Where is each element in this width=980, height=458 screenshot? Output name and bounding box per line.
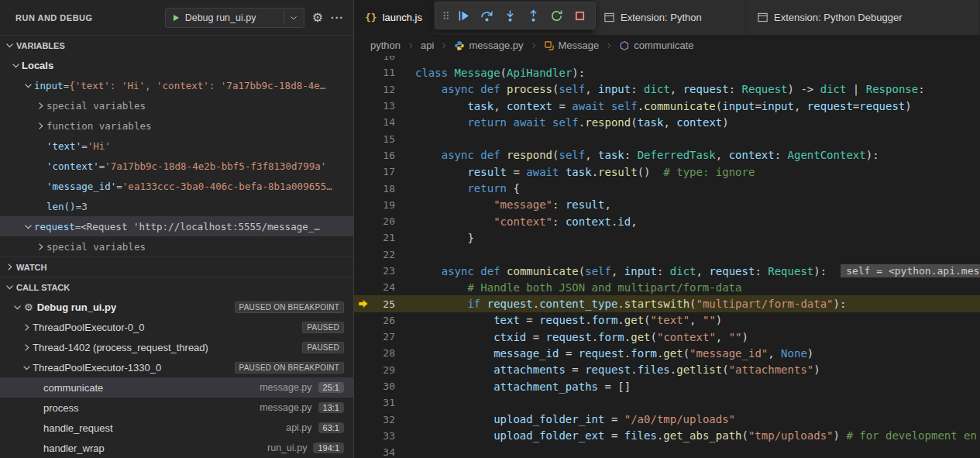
variable-row[interactable]: Locals	[0, 55, 353, 75]
line-number[interactable]: 24	[372, 281, 395, 293]
code-line[interactable]: 17 result = await task.result() # type: …	[354, 164, 980, 180]
variable-row[interactable]: len() = 3	[0, 196, 353, 216]
twistie-icon[interactable]	[20, 321, 33, 333]
call-stack-frame[interactable]: handler_wraprun_ui.py194:1	[0, 438, 353, 458]
code-line[interactable]: 15	[354, 130, 980, 146]
twistie-icon[interactable]	[11, 301, 23, 313]
variable-row[interactable]: input = {'text': 'Hi', 'context': '7a17b…	[0, 75, 353, 95]
twistie-icon[interactable]	[22, 79, 34, 91]
variable-row[interactable]: request = <Request 'http://localhost:555…	[0, 216, 353, 236]
line-number[interactable]: 21	[372, 232, 395, 243]
line-number[interactable]: 34	[372, 446, 395, 458]
drag-handle-icon[interactable]	[439, 5, 452, 26]
line-number[interactable]: 26	[372, 315, 395, 326]
line-number[interactable]: 22	[372, 249, 395, 260]
twistie-icon[interactable]	[22, 220, 34, 232]
line-number[interactable]: 31	[372, 397, 395, 408]
line-number[interactable]: 23	[372, 265, 395, 277]
line-number[interactable]: 30	[372, 381, 395, 392]
line-number[interactable]: 14	[372, 116, 395, 128]
gear-icon[interactable]: ⚙	[312, 12, 323, 24]
twistie-icon[interactable]	[3, 261, 15, 274]
twistie-icon[interactable]	[3, 281, 15, 294]
restart-button[interactable]	[545, 5, 568, 27]
twistie-icon[interactable]	[34, 240, 46, 253]
current-line-arrow-icon[interactable]	[354, 298, 372, 309]
code-line[interactable]: 18 return {	[354, 180, 980, 196]
code-line[interactable]: 20 "context": context.id,	[354, 213, 980, 229]
stop-button[interactable]	[569, 5, 591, 27]
variable-row[interactable]: 'context' = '7a17bb9c-18d8-4e2b-bbf5-f3f…	[0, 156, 353, 176]
step-out-button[interactable]	[522, 5, 545, 27]
start-debug-icon[interactable]	[171, 13, 181, 22]
twistie-icon[interactable]	[34, 99, 46, 112]
twistie-icon[interactable]	[20, 361, 33, 374]
line-number[interactable]: 25	[372, 298, 395, 310]
code-line[interactable]: 25 if request.content_type.startswith("m…	[354, 295, 980, 312]
code-line[interactable]: 11class Message(ApiHandler):	[354, 64, 980, 81]
code-line[interactable]: 29 attachments = request.files.getlist("…	[354, 362, 980, 378]
line-number[interactable]: 29	[372, 364, 395, 376]
code-line[interactable]: 26 text = request.form.get("text", "")	[354, 312, 980, 329]
line-number[interactable]: 28	[372, 347, 395, 359]
step-over-button[interactable]	[476, 5, 498, 27]
watch-section-header[interactable]: WATCH	[0, 257, 353, 277]
line-number[interactable]: 20	[372, 215, 395, 227]
code-line[interactable]: 32 upload_folder_int = "/a0/tmp/uploads"	[354, 412, 980, 428]
debug-config-dropdown[interactable]: Debug run_ui.py	[165, 8, 304, 28]
tab-extension-python-debugger[interactable]: Extension: Python Debugger	[746, 0, 980, 35]
variable-row[interactable]: 'text' = 'Hi'	[0, 136, 353, 156]
twistie-icon[interactable]	[20, 341, 33, 353]
line-number[interactable]: 27	[372, 331, 395, 343]
continue-button[interactable]	[452, 5, 475, 27]
line-number[interactable]: 19	[372, 199, 395, 211]
tab-extension-python[interactable]: Extension: Python	[593, 0, 746, 35]
call-stack-frame[interactable]: communicatemessage.py25:1	[0, 377, 353, 398]
twistie-icon[interactable]	[3, 40, 15, 52]
code-line[interactable]: 31	[354, 394, 980, 411]
line-number[interactable]: 12	[372, 84, 395, 95]
line-number[interactable]: 17	[372, 166, 395, 177]
line-number[interactable]: 10	[372, 56, 395, 62]
code-line[interactable]: 12 async def process(self, input: dict, …	[354, 81, 980, 98]
code-line[interactable]: 13 task, context = await self.communicat…	[354, 98, 980, 114]
breadcrumb-item[interactable]: python	[370, 40, 401, 51]
code-line[interactable]: 30 attachment_paths = []	[354, 378, 980, 394]
variable-row[interactable]: function variables	[0, 115, 353, 136]
line-number[interactable]: 15	[372, 133, 395, 145]
variable-row[interactable]: 'message_id' = 'ea133ccc-3ba0-406c-befa-…	[0, 176, 353, 196]
call-stack-section-header[interactable]: CALL STACK	[0, 277, 353, 297]
code-line[interactable]: 22	[354, 246, 980, 263]
twistie-icon[interactable]	[9, 59, 22, 71]
call-stack-session[interactable]: ⚙Debug run_ui.pyPAUSED ON BREAKPOINT	[0, 297, 353, 317]
twistie-icon[interactable]	[34, 119, 46, 132]
code-line[interactable]: 28 message_id = request.form.get("messag…	[354, 345, 980, 361]
line-number[interactable]: 11	[372, 67, 395, 78]
call-stack-thread[interactable]: Thread-1402 (process_request_thread)PAUS…	[0, 337, 353, 357]
call-stack-thread[interactable]: ThreadPoolExecutor-0_0PAUSED	[0, 317, 353, 337]
line-number[interactable]: 33	[372, 430, 395, 442]
chevron-down-icon[interactable]	[284, 12, 298, 24]
breadcrumb-item[interactable]: api	[421, 40, 434, 51]
call-stack-frame[interactable]: processmessage.py13:1	[0, 398, 353, 418]
code-line[interactable]: 10	[354, 56, 980, 64]
code-editor[interactable]: 1011class Message(ApiHandler):12 async d…	[354, 56, 980, 458]
call-stack-thread[interactable]: ThreadPoolExecutor-1330_0PAUSED ON BREAK…	[0, 357, 353, 377]
more-actions-icon[interactable]: ···	[331, 12, 344, 23]
step-into-button[interactable]	[499, 5, 521, 27]
code-line[interactable]: 16 async def respond(self, task: Deferre…	[354, 147, 980, 164]
code-line[interactable]: 27 ctxid = request.form.get("context", "…	[354, 329, 980, 345]
code-line[interactable]: 23 async def communicate(self, input: di…	[354, 263, 980, 279]
code-line[interactable]: 33 upload_folder_ext = files.get_abs_pat…	[354, 428, 980, 444]
call-stack-frame[interactable]: handle_requestapi.py63:1	[0, 418, 353, 438]
code-line[interactable]: 19 "message": result,	[354, 197, 980, 213]
breadcrumb-item[interactable]: message.py	[454, 40, 523, 51]
line-number[interactable]: 16	[372, 150, 395, 161]
variables-section-header[interactable]: VARIABLES	[0, 35, 353, 55]
tab-launch-json[interactable]: {} launch.js	[354, 0, 434, 35]
code-line[interactable]: 14 return await self.respond(task, conte…	[354, 114, 980, 130]
code-line[interactable]: 34	[354, 444, 980, 458]
variable-row[interactable]: special variables	[0, 236, 353, 257]
line-number[interactable]: 18	[372, 183, 395, 195]
line-number[interactable]: 13	[372, 100, 395, 112]
